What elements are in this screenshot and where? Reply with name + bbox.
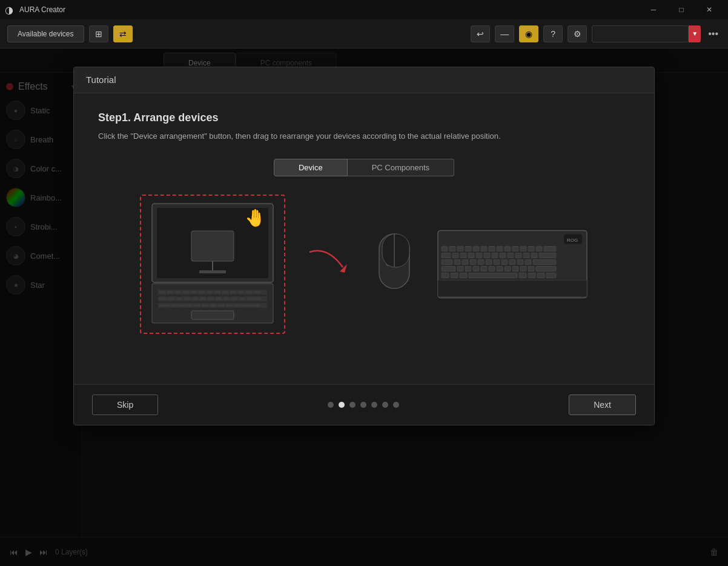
- svg-rect-68: [544, 247, 556, 251]
- settings-button[interactable]: ⚙: [568, 25, 587, 42]
- svg-rect-94: [442, 267, 455, 271]
- tutorial-step-description: Click the "Device arrangement" button, t…: [98, 132, 630, 141]
- window-controls: ─ □ ✕: [640, 0, 723, 19]
- svg-rect-35: [159, 304, 169, 307]
- svg-rect-17: [214, 291, 220, 293]
- svg-rect-105: [536, 267, 556, 271]
- undo-icon: ↩: [477, 29, 484, 39]
- svg-rect-93: [533, 260, 556, 265]
- more-options-button[interactable]: •••: [706, 28, 721, 39]
- svg-rect-25: [176, 298, 182, 300]
- next-button[interactable]: Next: [569, 395, 636, 415]
- svg-rect-98: [481, 267, 487, 271]
- svg-rect-32: [231, 298, 237, 300]
- tutorial-dialog: Tutorial Step1. Arrange devices Click th…: [73, 67, 655, 425]
- tutorial-title: Tutorial: [86, 75, 116, 85]
- svg-rect-85: [470, 260, 476, 265]
- svg-rect-67: [536, 247, 542, 251]
- tutorial-tab-device[interactable]: Device: [274, 159, 348, 176]
- svg-rect-59: [473, 247, 479, 251]
- svg-rect-82: [442, 260, 452, 265]
- titlebar: ◑ AURA Creator ─ □ ✕: [0, 0, 728, 19]
- svg-rect-44: [234, 304, 240, 307]
- dot-5: [371, 402, 377, 408]
- svg-rect-19: [230, 291, 236, 293]
- record-icon: ◉: [525, 29, 532, 39]
- svg-rect-4: [199, 270, 226, 273]
- skip-button[interactable]: Skip: [92, 395, 158, 415]
- svg-rect-96: [465, 267, 471, 271]
- svg-rect-104: [528, 267, 534, 271]
- laptop-container: 🤚: [140, 195, 285, 334]
- mouse-svg: [370, 222, 419, 307]
- svg-rect-97: [473, 267, 479, 271]
- dot-6: [382, 402, 388, 408]
- record-button[interactable]: ◉: [519, 25, 538, 42]
- svg-rect-27: [192, 298, 198, 300]
- svg-rect-72: [468, 253, 474, 258]
- svg-rect-78: [515, 253, 521, 258]
- svg-rect-110: [519, 273, 526, 278]
- tutorial-tabs: Device PC Components: [98, 159, 630, 176]
- svg-rect-18: [222, 291, 228, 293]
- svg-rect-107: [451, 273, 458, 278]
- svg-rect-12: [175, 291, 181, 293]
- svg-rect-2: [191, 231, 234, 261]
- svg-rect-23: [159, 298, 167, 300]
- svg-rect-50: [382, 234, 409, 267]
- svg-rect-20: [238, 291, 244, 293]
- minimize-button[interactable]: ─: [640, 0, 667, 19]
- svg-rect-76: [500, 253, 506, 258]
- svg-text:ROG: ROG: [567, 238, 578, 243]
- hand-cursor-icon: 🤚: [245, 208, 266, 228]
- svg-rect-114: [438, 281, 587, 297]
- svg-rect-34: [247, 298, 261, 300]
- svg-rect-63: [505, 247, 511, 251]
- help-button[interactable]: ?: [543, 25, 563, 42]
- svg-rect-88: [494, 260, 500, 265]
- grid-view-button[interactable]: ⊞: [89, 25, 108, 42]
- svg-rect-9: [191, 311, 234, 319]
- svg-rect-62: [497, 247, 503, 251]
- undo-button[interactable]: ↩: [471, 25, 490, 42]
- svg-rect-61: [489, 247, 495, 251]
- available-devices-button[interactable]: Available devices: [7, 25, 84, 42]
- svg-rect-81: [539, 253, 556, 258]
- dot-2: [339, 402, 345, 408]
- pagination-dots: [328, 402, 399, 408]
- app-logo: ◑: [5, 4, 16, 15]
- svg-rect-90: [509, 260, 515, 265]
- dot-3: [349, 402, 356, 408]
- svg-rect-55: [442, 247, 448, 251]
- settings-icon: ⚙: [574, 29, 581, 39]
- svg-rect-101: [505, 267, 511, 271]
- grid-icon: ⊞: [95, 29, 102, 39]
- toolbar: Available devices ⊞ ⇄ ↩ — ◉ ? ⚙ ▼ •••: [0, 19, 728, 48]
- svg-rect-83: [454, 260, 460, 265]
- svg-rect-64: [512, 247, 518, 251]
- svg-rect-79: [523, 253, 529, 258]
- svg-rect-33: [239, 298, 245, 300]
- drag-arrow: [303, 246, 352, 282]
- svg-rect-111: [528, 273, 535, 278]
- svg-rect-10: [159, 291, 165, 293]
- svg-rect-24: [168, 298, 174, 300]
- search-dropdown-button[interactable]: ▼: [689, 25, 701, 42]
- svg-rect-75: [492, 253, 498, 258]
- sync-button[interactable]: ⇄: [113, 25, 133, 42]
- svg-rect-28: [200, 298, 206, 300]
- svg-rect-89: [501, 260, 508, 265]
- svg-rect-106: [442, 273, 449, 278]
- close-button[interactable]: ✕: [695, 0, 723, 19]
- search-input[interactable]: [592, 25, 689, 42]
- tutorial-step-title: Step1. Arrange devices: [98, 112, 630, 124]
- svg-rect-109: [469, 273, 517, 278]
- modal-overlay: Tutorial Step1. Arrange devices Click th…: [0, 48, 728, 566]
- maximize-button[interactable]: □: [667, 0, 695, 19]
- svg-rect-69: [442, 253, 451, 258]
- svg-rect-38: [187, 304, 193, 307]
- tutorial-tab-pc-components[interactable]: PC Components: [348, 159, 454, 176]
- redo-button[interactable]: —: [495, 25, 514, 42]
- svg-rect-73: [476, 253, 482, 258]
- svg-rect-16: [207, 291, 213, 293]
